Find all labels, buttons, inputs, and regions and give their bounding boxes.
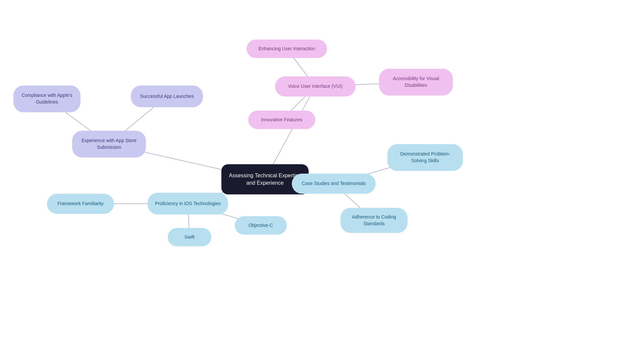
swift-label: Swift [184, 234, 195, 241]
innovative-features-node[interactable]: Innovative Features [248, 111, 315, 129]
adherence-coding-label: Adherence to Coding Standards [347, 214, 401, 227]
compliance-label: Compliance with Apple's Guidelines [20, 92, 74, 105]
case-studies-node[interactable]: Case Studies and Testimonials [292, 174, 376, 194]
compliance-node[interactable]: Compliance with Apple's Guidelines [13, 85, 80, 112]
enhancing-user-label: Enhancing User Interaction [259, 46, 315, 52]
framework-familiarity-node[interactable]: Framework Familiarity [47, 194, 114, 214]
enhancing-user-node[interactable]: Enhancing User Interaction [247, 40, 327, 58]
experience-app-store-node[interactable]: Experience with App Store Submission [72, 131, 146, 158]
experience-app-store-label: Experience with App Store Submission [79, 137, 139, 150]
voice-ui-node[interactable]: Voice User Interface (VUI) [275, 76, 356, 97]
case-studies-label: Case Studies and Testimonials [302, 180, 366, 187]
accessibility-node[interactable]: Accessibility for Visual Disabilities [379, 69, 453, 96]
framework-familiarity-label: Framework Familiarity [57, 200, 104, 207]
demonstrated-problem-label: Demonstrated Problem-Solving Skills [394, 151, 456, 164]
adherence-coding-node[interactable]: Adherence to Coding Standards [340, 208, 408, 233]
proficiency-ios-label: Proficiency in iOS Technologies [155, 200, 221, 207]
swift-node[interactable]: Swift [168, 228, 211, 246]
voice-ui-label: Voice User Interface (VUI) [288, 83, 343, 90]
objective-c-node[interactable]: Objective-C [235, 216, 287, 235]
center-label: Assessing Technical Expertise and Experi… [228, 172, 302, 187]
successful-launches-label: Successful App Launches [140, 93, 194, 100]
successful-launches-node[interactable]: Successful App Launches [131, 85, 203, 107]
innovative-features-label: Innovative Features [261, 117, 303, 123]
proficiency-ios-node[interactable]: Proficiency in iOS Technologies [148, 193, 228, 215]
mind-map-container: Assessing Technical Expertise and Experi… [0, 0, 644, 363]
objective-c-label: Objective-C [249, 222, 273, 229]
accessibility-label: Accessibility for Visual Disabilities [386, 75, 446, 88]
demonstrated-problem-node[interactable]: Demonstrated Problem-Solving Skills [387, 144, 463, 171]
